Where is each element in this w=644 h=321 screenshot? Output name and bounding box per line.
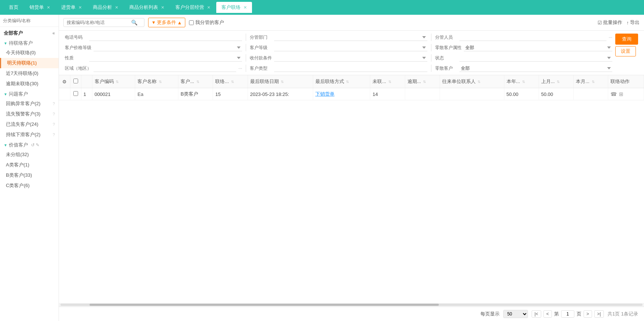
col-checkbox — [70, 75, 81, 88]
sidebar-item-a-class[interactable]: A类客户(1) — [0, 160, 59, 170]
person-more-icon[interactable]: ··· — [609, 35, 612, 40]
more-conditions-btn[interactable]: ▼ 更多条件 ▲ — [148, 18, 185, 27]
help-icon-1[interactable]: ? — [53, 101, 55, 106]
sidebar-item-churned[interactable]: 已流失客户(24) ? — [0, 119, 59, 130]
filter-row-1: 电话号码 分管部门 分管人员 — [65, 34, 612, 41]
filter-region-input[interactable] — [94, 65, 236, 72]
filter-person-input[interactable] — [459, 34, 606, 41]
filter-retail-attr-select[interactable]: 全部 — [464, 44, 612, 51]
sidebar-item-7days[interactable]: 近7天待联络(0) — [0, 68, 59, 79]
select-all-checkbox[interactable] — [73, 79, 78, 83]
last-contact-method-link[interactable]: 下销货单 — [315, 91, 335, 97]
group-pending-contact[interactable]: 待联络客户 — [0, 38, 59, 48]
sidebar-item-today[interactable]: 今天待联络(0) — [0, 48, 59, 58]
col-code[interactable]: 客户编码 ⇅ — [92, 75, 135, 88]
row-this-month — [574, 88, 608, 100]
page-size-select[interactable]: 50 100 200 — [503, 310, 528, 318]
filter-price-grade-select[interactable] — [94, 44, 242, 51]
query-btn[interactable]: 查询 — [615, 34, 638, 45]
export-btn[interactable]: ↑ 导出 — [627, 19, 640, 26]
first-page-btn[interactable]: |< — [532, 310, 541, 318]
main-search-icon[interactable]: 🔍 — [131, 20, 137, 25]
nav-close-customer-contact[interactable]: ✕ — [244, 5, 247, 10]
nav-product-analysis-list[interactable]: 商品分析列表 ✕ — [124, 2, 169, 13]
collapse-icon[interactable]: « — [52, 31, 55, 36]
filter-status-select[interactable] — [459, 55, 612, 62]
nav-home[interactable]: 首页 — [4, 2, 24, 13]
nav-close-customer-strat[interactable]: ✕ — [207, 5, 210, 10]
col-type[interactable]: 客户... ⇅ — [178, 75, 213, 88]
col-last-contact-method[interactable]: 最后联络方式 ⇅ — [313, 75, 370, 88]
col-last-month[interactable]: 上月... ⇅ — [539, 75, 573, 88]
row-last-month: 50.00 — [539, 88, 573, 100]
filter-retail-customer: 零散客户 全部 — [435, 65, 612, 72]
nav-customer-stratification[interactable]: 客户分层经营 ✕ — [170, 2, 216, 13]
col-this-year[interactable]: 本年... ⇅ — [504, 75, 539, 88]
nav-product-analysis[interactable]: 商品分析 ✕ — [88, 2, 123, 13]
col-unit-contact[interactable]: 往来单位联系人 ⇅ — [440, 75, 504, 88]
row-action-cell: ☎ ⊞ — [608, 88, 644, 100]
sidebar-item-ungrouped[interactable]: 未分组(32) — [0, 149, 59, 160]
scroll-bar-thumb[interactable] — [90, 304, 439, 306]
nav-close-sales[interactable]: ✕ — [47, 5, 50, 10]
col-this-month[interactable]: 本月... ⇅ — [574, 75, 608, 88]
search-bar: 🔍 ▼ 更多条件 ▲ 我分管的客户 ☑ 批量操作 ↑ 导出 — [59, 15, 644, 31]
group-value-customers[interactable]: 价值客户 ↺ ✎ — [0, 140, 59, 149]
col-last-contact-date[interactable]: 最后联络日期 ⇅ — [248, 75, 313, 88]
row-checkbox[interactable] — [73, 91, 78, 96]
nav-close-product-analysis[interactable]: ✕ — [115, 5, 118, 10]
right-actions: ☑ 批量操作 ↑ 导出 — [598, 19, 640, 26]
value-group-icons[interactable]: ↺ ✎ — [31, 142, 39, 148]
nav-close-product-analysis-list[interactable]: ✕ — [161, 5, 164, 10]
main-search-input[interactable] — [67, 20, 129, 25]
nav-sales-order[interactable]: 销货单 ✕ — [24, 2, 55, 13]
help-icon-2[interactable]: ? — [53, 112, 55, 116]
next-page-btn[interactable]: > — [584, 310, 592, 318]
nav-purchase-order[interactable]: 进货单 ✕ — [56, 2, 87, 13]
col-not-contacted[interactable]: 未联... ⇅ — [370, 75, 405, 88]
sidebar-item-repurchase-abnormal[interactable]: 回购异常客户(2) ? — [0, 99, 59, 109]
filter-customer-type: 客户类型 — [250, 65, 427, 72]
my-customers-checkbox[interactable] — [189, 20, 194, 25]
help-icon-3[interactable]: ? — [53, 122, 55, 127]
col-settings[interactable]: ⚙ — [59, 75, 70, 88]
sidebar-item-churn-warning[interactable]: 流失预警客户(3) ? — [0, 109, 59, 119]
per-page-label: 每页显示 — [480, 311, 500, 317]
sidebar-item-overdue[interactable]: 逾期未联络(30) — [0, 79, 59, 89]
nav-close-purchase[interactable]: ✕ — [78, 5, 82, 10]
page-input[interactable] — [561, 310, 574, 318]
filter-nature-select[interactable] — [89, 55, 242, 62]
filter-customer-grade-select[interactable] — [274, 44, 427, 51]
batch-op-btn[interactable]: ☑ 批量操作 — [598, 19, 622, 26]
sidebar-search-input[interactable] — [3, 18, 58, 23]
filter-retail-customer-select[interactable]: 全部 — [459, 65, 612, 72]
action-phone-icon[interactable]: ☎ — [610, 91, 617, 97]
sidebar-item-b-class[interactable]: B类客户(33) — [0, 170, 59, 180]
col-overdue[interactable]: 逾期... ⇅ — [405, 75, 440, 88]
table-header-row: ⚙ 客户编码 ⇅ 客户名称 ⇅ 客户... ⇅ 联络... ⇅ 最后联络日期 ⇅… — [59, 75, 644, 88]
prev-page-btn[interactable]: < — [543, 310, 552, 318]
my-customers-checkbox-wrap[interactable]: 我分管的客户 — [189, 19, 224, 26]
filter-payment-select[interactable] — [274, 55, 427, 62]
sidebar-item-tomorrow[interactable]: 明天待联络(1) — [0, 58, 59, 68]
help-icon-4[interactable]: ? — [53, 132, 55, 137]
filter-dept-select[interactable] — [274, 34, 427, 41]
region-more-icon[interactable]: ··· — [238, 66, 242, 71]
customer-table: ⚙ 客户编码 ⇅ 客户名称 ⇅ 客户... ⇅ 联络... ⇅ 最后联络日期 ⇅… — [59, 75, 644, 100]
sidebar-item-c-class[interactable]: C类客户(6) — [0, 180, 59, 191]
group-problem-customers[interactable]: 问题客户 — [0, 89, 59, 99]
row-last-contact-method: 下销货单 — [313, 88, 370, 100]
filter-status: 状态 — [435, 55, 612, 62]
action-grid-icon[interactable]: ⊞ — [619, 91, 623, 97]
nav-customer-contact[interactable]: 客户联络 ✕ — [216, 2, 252, 13]
search-input-wrap: 🔍 — [63, 18, 144, 27]
sidebar-item-declining[interactable]: 持续下滑客户(2) ? — [0, 130, 59, 140]
filter-customer-type-input[interactable] — [274, 65, 427, 72]
col-contact[interactable]: 联络... ⇅ — [213, 75, 248, 88]
set-btn[interactable]: 设置 — [615, 46, 636, 56]
filter-person: 分管人员 ··· — [435, 34, 612, 41]
col-name[interactable]: 客户名称 ⇅ — [135, 75, 178, 88]
last-page-btn[interactable]: >| — [594, 310, 604, 318]
row-last-contact-date: 2023-05-23 18:25: — [248, 88, 313, 100]
filter-phone-input[interactable] — [89, 34, 242, 41]
